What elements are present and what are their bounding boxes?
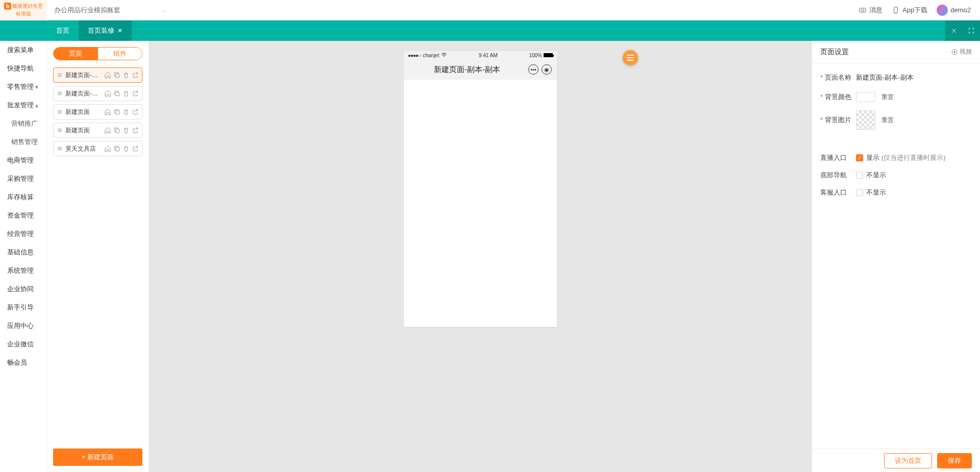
- bottom-nav-checkbox[interactable]: [856, 172, 863, 179]
- messages-link[interactable]: 消息: [859, 6, 883, 15]
- svg-rect-16: [116, 111, 119, 114]
- page-list-item[interactable]: 昊天文具店: [53, 141, 142, 156]
- sidebar-item-operation[interactable]: 经营管理: [0, 225, 46, 243]
- username: demo2: [950, 6, 971, 14]
- home-icon[interactable]: [104, 127, 111, 134]
- copy-icon[interactable]: [113, 90, 120, 97]
- phone-statusbar: ●●●●○ chanjet 9:41 AM 100%: [404, 51, 557, 59]
- sidebar: 搜索菜单 快捷导航 零售管理▼ 批发管理▲ 营销推广 销售管理 电商管理 采购管…: [0, 41, 47, 472]
- page-item-name: 昊天文具店: [65, 145, 102, 153]
- new-page-button[interactable]: + 新建页面: [53, 449, 142, 466]
- page-items-list: 新建页面-副本-... 新建页面-副本 新建页面: [53, 67, 142, 449]
- bg-color-swatch[interactable]: [856, 92, 875, 102]
- svg-rect-20: [116, 129, 119, 133]
- delete-icon[interactable]: [122, 108, 130, 115]
- sidebar-item-search[interactable]: 搜索菜单: [0, 41, 46, 59]
- sidebar-item-wholesale[interactable]: 批发管理▲: [0, 96, 46, 114]
- logo[interactable]: b 畅捷通好生意 标准版: [0, 0, 47, 20]
- bg-image-picker[interactable]: [856, 110, 875, 130]
- drag-handle-icon[interactable]: [57, 127, 63, 133]
- reset-bg-image[interactable]: 重置: [881, 116, 894, 125]
- toggle-component[interactable]: 组件: [98, 48, 142, 60]
- delete-icon[interactable]: [122, 127, 130, 134]
- page-list-panel: 页面 组件 新建页面-副本-... 新建页面-副本 新建页面: [47, 41, 149, 472]
- save-button[interactable]: 保存: [937, 453, 972, 468]
- home-icon[interactable]: [104, 72, 111, 79]
- canvas: ●●●●○ chanjet 9:41 AM 100% 新建页面-副本-副本 ••…: [149, 41, 812, 472]
- sidebar-item-system[interactable]: 系统管理: [0, 262, 46, 280]
- brand-name: 畅捷通好生意: [12, 3, 43, 10]
- share-icon[interactable]: [132, 108, 139, 115]
- copy-icon[interactable]: [113, 72, 120, 79]
- service-entry-checkbox[interactable]: [856, 189, 863, 196]
- page-list-item[interactable]: 新建页面: [53, 104, 142, 120]
- miniprogram-menu-icon[interactable]: •••: [528, 64, 538, 75]
- copy-icon[interactable]: [113, 127, 120, 134]
- fullscreen-button[interactable]: [963, 20, 980, 41]
- page-list-item[interactable]: 新建页面-副本-...: [53, 67, 142, 83]
- reset-bg-color[interactable]: 重置: [881, 93, 894, 102]
- share-icon[interactable]: [132, 90, 139, 97]
- app-download-link[interactable]: App下载: [892, 6, 927, 15]
- copy-icon[interactable]: [113, 145, 120, 152]
- share-icon[interactable]: [132, 72, 139, 79]
- sidebar-item-purchase[interactable]: 采购管理: [0, 170, 46, 188]
- phone-body[interactable]: [404, 80, 557, 327]
- sidebar-item-guide[interactable]: 新手引导: [0, 298, 46, 317]
- collapse-settings-button[interactable]: [623, 50, 638, 65]
- svg-rect-0: [860, 8, 866, 12]
- play-icon: [951, 49, 958, 55]
- home-icon[interactable]: [104, 108, 111, 115]
- close-icon[interactable]: ✕: [117, 27, 122, 34]
- sidebar-item-quicknav[interactable]: 快捷导航: [0, 59, 46, 78]
- drag-handle-icon[interactable]: [57, 146, 63, 152]
- sidebar-item-appcenter[interactable]: 应用中心: [0, 317, 46, 335]
- toggle-page[interactable]: 页面: [54, 48, 98, 60]
- share-icon[interactable]: [132, 145, 139, 152]
- drag-handle-icon[interactable]: [57, 90, 63, 97]
- sidebar-item-member[interactable]: 畅会员: [0, 353, 46, 372]
- chevron-down-icon: ⌄: [161, 6, 167, 14]
- sidebar-item-collab[interactable]: 企业协同: [0, 280, 46, 298]
- close-all-tabs-button[interactable]: [945, 20, 963, 41]
- dropdown-label: 办公用品行业模拟账套: [54, 6, 120, 15]
- phone-icon: [892, 6, 900, 14]
- video-help-link[interactable]: 视频: [951, 48, 972, 56]
- sidebar-item-funds[interactable]: 资金管理: [0, 206, 46, 225]
- page-list-item[interactable]: 新建页面: [53, 123, 142, 138]
- account-set-dropdown[interactable]: 办公用品行业模拟账套 ⌄: [54, 6, 167, 15]
- home-icon[interactable]: [104, 145, 111, 152]
- page-name-input[interactable]: [856, 72, 972, 84]
- live-entry-checkbox[interactable]: [856, 154, 863, 161]
- phone-titlebar: 新建页面-副本-副本 ••• ◉: [404, 59, 557, 80]
- sidebar-item-ecommerce[interactable]: 电商管理: [0, 151, 46, 170]
- sidebar-item-wechat[interactable]: 企业微信: [0, 335, 46, 353]
- tab-decorate[interactable]: 首页装修 ✕: [79, 20, 132, 41]
- sidebar-item-retail[interactable]: 零售管理▼: [0, 78, 46, 96]
- sidebar-item-marketing[interactable]: 营销推广: [0, 114, 46, 133]
- message-icon: [859, 6, 867, 14]
- drag-handle-icon[interactable]: [57, 72, 63, 78]
- delete-icon[interactable]: [122, 90, 130, 97]
- page-item-name: 新建页面: [65, 126, 102, 135]
- logo-mark-icon: b: [4, 3, 11, 10]
- top-header: b 畅捷通好生意 标准版 办公用品行业模拟账套 ⌄ 消息 App下载 demo2: [0, 0, 980, 20]
- user-menu[interactable]: demo2: [937, 5, 971, 16]
- sidebar-item-inventory[interactable]: 库存核算: [0, 188, 46, 206]
- delete-icon[interactable]: [122, 145, 130, 152]
- avatar: [937, 5, 948, 16]
- copy-icon[interactable]: [113, 108, 120, 115]
- set-home-button[interactable]: 设为首页: [884, 453, 932, 468]
- sidebar-item-basic[interactable]: 基础信息: [0, 243, 46, 262]
- drag-handle-icon[interactable]: [57, 109, 63, 115]
- sidebar-item-sales[interactable]: 销售管理: [0, 133, 46, 151]
- page-component-toggle: 页面 组件: [53, 47, 142, 60]
- share-icon[interactable]: [132, 127, 139, 134]
- home-icon[interactable]: [104, 90, 111, 97]
- page-item-name: 新建页面-副本: [65, 89, 102, 98]
- tab-home[interactable]: 首页: [47, 20, 79, 41]
- page-list-item[interactable]: 新建页面-副本: [53, 86, 142, 101]
- page-item-name: 新建页面: [65, 108, 102, 116]
- miniprogram-close-icon[interactable]: ◉: [542, 64, 552, 75]
- delete-icon[interactable]: [122, 72, 130, 79]
